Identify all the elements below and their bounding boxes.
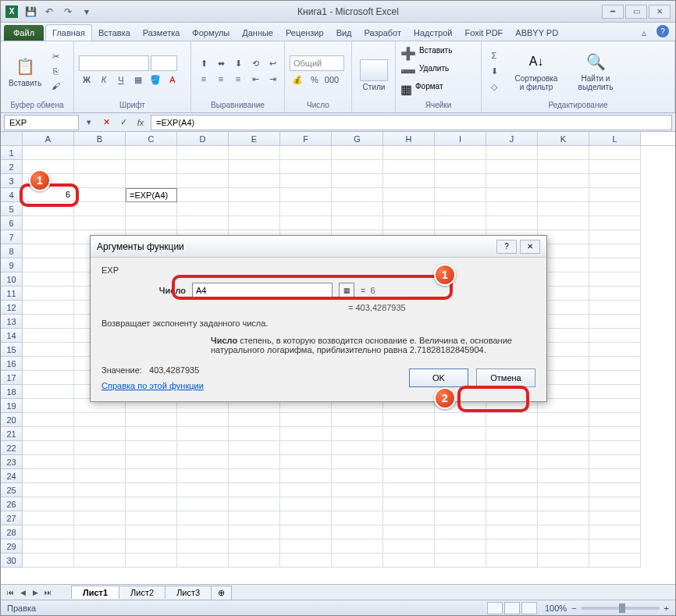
cell[interactable] bbox=[23, 525, 74, 539]
cell[interactable] bbox=[332, 441, 383, 455]
accept-formula-icon[interactable]: ✓ bbox=[116, 116, 130, 130]
cell[interactable] bbox=[589, 399, 641, 413]
row-header[interactable]: 11 bbox=[1, 287, 23, 301]
cell[interactable] bbox=[126, 554, 177, 568]
row-header[interactable]: 29 bbox=[1, 539, 23, 554]
row-header[interactable]: 27 bbox=[1, 511, 23, 525]
cell[interactable] bbox=[435, 469, 486, 483]
cell[interactable] bbox=[332, 554, 383, 568]
cell[interactable] bbox=[383, 188, 435, 202]
cell[interactable] bbox=[538, 497, 589, 511]
tab-review[interactable]: Рецензир bbox=[279, 25, 330, 41]
dialog-close-icon[interactable]: ✕ bbox=[520, 240, 540, 254]
cell[interactable] bbox=[538, 146, 589, 160]
row-header[interactable]: 23 bbox=[1, 455, 23, 469]
dialog-help-icon[interactable]: ? bbox=[496, 240, 517, 254]
sheet-tab-2[interactable]: Лист2 bbox=[119, 586, 165, 599]
cell[interactable] bbox=[589, 202, 641, 216]
cell[interactable] bbox=[177, 441, 229, 455]
sheet-nav-next-icon[interactable]: ▶ bbox=[29, 586, 41, 599]
cell[interactable] bbox=[589, 539, 641, 554]
save-icon[interactable]: 💾 bbox=[23, 4, 38, 20]
cell[interactable] bbox=[74, 188, 126, 202]
align-center-icon[interactable]: ≡ bbox=[213, 72, 229, 86]
cell[interactable] bbox=[126, 413, 177, 427]
cancel-formula-icon[interactable]: ✕ bbox=[99, 116, 113, 130]
cell[interactable] bbox=[23, 399, 74, 413]
cell[interactable] bbox=[126, 216, 177, 230]
cell[interactable] bbox=[229, 188, 280, 202]
help-link[interactable]: Справка по этой функции bbox=[101, 381, 204, 390]
underline-button[interactable]: Ч bbox=[113, 73, 129, 87]
cell[interactable] bbox=[589, 511, 641, 525]
cell[interactable] bbox=[229, 511, 280, 525]
cell[interactable] bbox=[23, 385, 74, 399]
cell[interactable] bbox=[589, 554, 641, 568]
bold-button[interactable]: Ж bbox=[79, 73, 94, 87]
cell[interactable] bbox=[589, 287, 641, 301]
fx-icon[interactable]: fx bbox=[133, 116, 148, 130]
cell[interactable] bbox=[23, 230, 74, 244]
cell[interactable] bbox=[383, 216, 435, 230]
cell[interactable] bbox=[589, 427, 641, 441]
row-header[interactable]: 12 bbox=[1, 301, 23, 315]
cell[interactable] bbox=[177, 497, 229, 511]
name-box[interactable]: EXP bbox=[4, 115, 79, 130]
tab-home[interactable]: Главная bbox=[45, 24, 92, 41]
help-icon[interactable]: ? bbox=[656, 25, 669, 37]
cell[interactable] bbox=[177, 188, 229, 202]
name-box-dropdown-icon[interactable]: ▾ bbox=[82, 116, 96, 130]
cell[interactable] bbox=[229, 146, 280, 160]
cell[interactable] bbox=[23, 301, 74, 315]
tab-view[interactable]: Вид bbox=[330, 25, 358, 41]
cell[interactable] bbox=[486, 216, 538, 230]
sheet-tab-3[interactable]: Лист3 bbox=[165, 586, 212, 599]
cell[interactable] bbox=[589, 315, 641, 329]
cell[interactable] bbox=[486, 483, 538, 497]
maximize-button[interactable]: ▭ bbox=[625, 5, 647, 19]
view-normal-icon[interactable] bbox=[487, 602, 503, 614]
cell[interactable] bbox=[177, 216, 229, 230]
row-header[interactable]: 19 bbox=[1, 399, 23, 413]
cell[interactable] bbox=[332, 146, 383, 160]
cell[interactable] bbox=[229, 469, 280, 483]
delete-cell-icon[interactable]: ➖ bbox=[400, 64, 416, 79]
cell[interactable] bbox=[280, 483, 332, 497]
view-layout-icon[interactable] bbox=[504, 602, 520, 614]
cell[interactable] bbox=[538, 160, 589, 174]
cell[interactable] bbox=[177, 160, 229, 174]
wrap-text-icon[interactable]: ↩ bbox=[265, 56, 280, 70]
argument-input[interactable] bbox=[192, 283, 333, 298]
cell[interactable] bbox=[538, 455, 589, 469]
cell[interactable] bbox=[229, 216, 280, 230]
cell[interactable] bbox=[23, 315, 74, 329]
tab-data[interactable]: Данные bbox=[236, 25, 279, 41]
cell[interactable] bbox=[280, 146, 332, 160]
cell[interactable] bbox=[280, 469, 332, 483]
cell[interactable] bbox=[126, 160, 177, 174]
cell[interactable] bbox=[589, 272, 641, 287]
cell[interactable] bbox=[589, 216, 641, 230]
row-header[interactable]: 10 bbox=[1, 272, 23, 287]
indent-increase-icon[interactable]: ⇥ bbox=[265, 72, 280, 86]
cell[interactable] bbox=[435, 202, 486, 216]
cell[interactable] bbox=[229, 483, 280, 497]
cell[interactable] bbox=[332, 202, 383, 216]
cell[interactable] bbox=[383, 455, 435, 469]
cell[interactable] bbox=[332, 525, 383, 539]
row-header[interactable]: 9 bbox=[1, 258, 23, 272]
cell[interactable] bbox=[538, 174, 589, 188]
cell[interactable] bbox=[229, 160, 280, 174]
cell[interactable] bbox=[23, 371, 74, 385]
cell[interactable] bbox=[486, 413, 538, 427]
cell[interactable] bbox=[486, 160, 538, 174]
cell[interactable] bbox=[589, 244, 641, 258]
cell[interactable] bbox=[280, 202, 332, 216]
cell[interactable] bbox=[435, 413, 486, 427]
cell[interactable] bbox=[126, 539, 177, 554]
row-header[interactable]: 7 bbox=[1, 230, 23, 244]
insert-button[interactable]: Вставить bbox=[419, 46, 452, 61]
tab-addins[interactable]: Надстрой bbox=[407, 25, 458, 41]
column-header[interactable]: B bbox=[74, 132, 126, 145]
cell[interactable] bbox=[23, 258, 74, 272]
